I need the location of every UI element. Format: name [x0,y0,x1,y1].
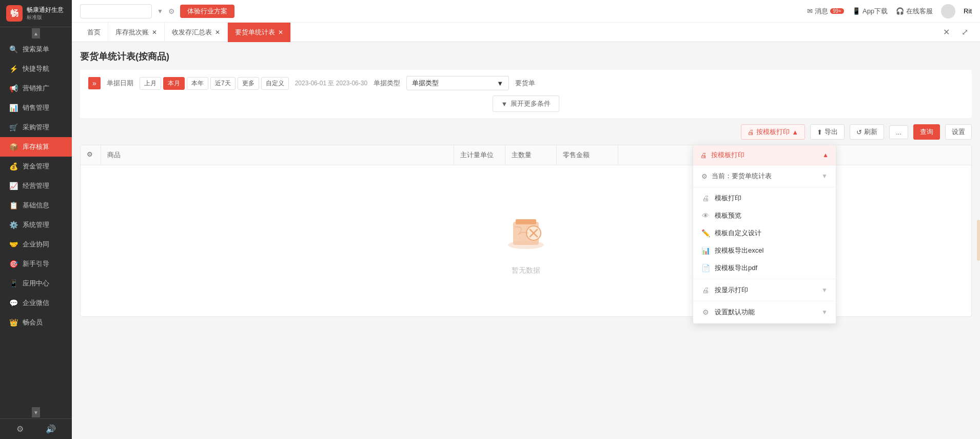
messages-item[interactable]: ✉ 消息 99+ [807,7,844,16]
online-service-item[interactable]: 🎧 在线客服 [896,7,933,16]
default-func-item[interactable]: ⚙ 设置默认功能 ▼ [693,303,836,321]
tabs-expand-btn[interactable]: ⤢ [957,25,972,40]
settings-label: 设置 [952,127,965,137]
topbar: ▼ ⚙ 体验行业方案 ✉ 消息 99+ 📱 App下载 🎧 在线客服 Rit [72,0,980,23]
sidebar-item-label: 销售管理 [23,103,49,112]
topbar-left: ▼ ⚙ 体验行业方案 [80,4,234,18]
current-template-item: ⚙ 当前：要货单统计表 ▼ [693,167,836,185]
user-avatar[interactable] [941,4,955,18]
audio-icon[interactable]: 🔊 [46,424,56,434]
date-btn-more[interactable]: 更多 [238,77,259,90]
default-func-label: 设置默认功能 [715,308,755,317]
tab-bar: 首页 库存批次账 ✕ 收发存汇总表 ✕ 要货单统计表 ✕ ✕ ⤢ [72,23,980,42]
tab-collection[interactable]: 收发存汇总表 ✕ [165,23,228,42]
settings-bottom-icon[interactable]: ⚙ [16,424,24,434]
goods-label: 要货单 [515,79,535,88]
refresh-btn[interactable]: ↺ 刷新 [850,124,884,140]
more-label: ... [896,128,901,136]
sidebar-item-search[interactable]: 🔍 搜索菜单 [0,40,72,59]
topbar-search-input[interactable] [80,4,152,18]
date-range-label: 2023-06-01 至 2023-06-30 [295,79,367,88]
sidebar-item-wechat[interactable]: 💬 企业微信 [0,293,72,313]
date-btn-last-month[interactable]: 上月 [140,77,161,90]
tab-batch[interactable]: 库存批次账 ✕ [108,23,165,42]
col-quantity: 主数量 [505,145,557,165]
sidebar-item-system[interactable]: ⚙️ 系统管理 [0,215,72,235]
table-header: ⚙ 商品 主计量单位 主数量 零售金额 [81,145,971,165]
type-select[interactable]: 单据类型 ▼ [406,76,509,90]
refresh-label: 刷新 [864,127,877,137]
sidebar-item-guide[interactable]: 🎯 新手引导 [0,254,72,274]
expand-more-button[interactable]: ▼ 展开更多条件 [493,96,560,112]
sidebar-item-apps[interactable]: 📱 应用中心 [0,274,72,293]
tabs-close-btn[interactable]: ✕ [939,25,953,40]
col-retail: 零售金额 [557,145,618,165]
tabs-actions: ✕ ⤢ [939,25,972,40]
template-export-pdf-label: 按模板导出pdf [715,263,757,273]
default-func-icon: ⚙ [701,308,710,316]
date-btn-this-month[interactable]: 本月 [163,77,185,90]
template-export-excel-item[interactable]: 📊 按模板导出excel [693,242,836,259]
template-print-item[interactable]: 🖨 模板打印 [693,189,836,207]
page-title: 要货单统计表(按商品) [80,50,972,63]
template-actions-section: 🖨 模板打印 👁 模板预览 ✏️ 模板自定义设计 📊 按模板导出excel 📄 [693,187,836,279]
sidebar-scroll-up[interactable]: ▲ [32,28,40,39]
sidebar-item-vip[interactable]: 👑 畅会员 [0,313,72,332]
query-btn[interactable]: 查询 [913,124,940,140]
date-btn-7days[interactable]: 近7天 [210,77,236,90]
print-header-label: 按模板打印 [711,150,744,160]
current-template-arrow: ▼ [821,173,828,180]
sidebar-item-operations[interactable]: 📈 经营管理 [0,176,72,196]
logo-text-group: 畅康通好生意 标准版 [27,6,64,22]
tab-order-stats[interactable]: 要货单统计表 ✕ [228,23,291,42]
col-settings[interactable]: ⚙ [81,145,101,165]
print-dropdown: 🖨 按模板打印 ▲ ⚙ 当前：要货单统计表 ▼ 🖨 模板打印 👁 [693,145,836,324]
sidebar-item-quicknav[interactable]: ⚡ 快捷导航 [0,59,72,79]
sidebar-item-enterprise[interactable]: 🤝 企业协同 [0,235,72,254]
expand-more-label: 展开更多条件 [511,99,551,108]
template-design-icon: ✏️ [701,229,710,237]
settings-btn[interactable]: 设置 [945,124,972,140]
sidebar-scroll-down[interactable]: ▼ [32,407,40,417]
logo-badge: 标准版 [27,14,64,21]
display-print-item[interactable]: 🖨 按显示打印 ▼ [693,281,836,299]
print-dropdown-header[interactable]: 🖨 按模板打印 ▲ [693,145,836,165]
tab-order-stats-close[interactable]: ✕ [278,29,283,36]
export-btn[interactable]: ⬆ 导出 [810,124,845,140]
print-template-btn[interactable]: 🖨 按模板打印 ▲ [741,124,805,140]
lightning-icon: ⚡ [8,65,18,73]
sidebar-item-purchase[interactable]: 🛒 采购管理 [0,118,72,137]
topbar-dropdown-arrow[interactable]: ▼ [157,8,163,15]
trial-button[interactable]: 体验行业方案 [180,5,234,18]
col-unit: 主计量单位 [454,145,505,165]
template-export-pdf-item[interactable]: 📄 按模板导出pdf [693,259,836,277]
tab-collection-close[interactable]: ✕ [215,29,220,36]
sidebar-item-inventory[interactable]: 📦 库存核算 [0,137,72,157]
money-icon: 💰 [8,162,18,170]
template-preview-item[interactable]: 👁 模板预览 [693,207,836,224]
sidebar-item-label: 资金管理 [23,162,49,171]
display-print-arrow: ▼ [821,287,828,294]
print-template-label: 按模板打印 [756,127,790,137]
date-btn-custom[interactable]: 自定义 [261,77,289,90]
topbar-gear-icon[interactable]: ⚙ [168,7,175,15]
sidebar-item-sales[interactable]: 📊 销售管理 [0,98,72,118]
cart-icon: 🛒 [8,123,18,131]
sidebar: 畅 畅康通好生意 标准版 ▲ 🔍 搜索菜单 ⚡ 快捷导航 📢 营销推广 📊 销售… [0,0,72,439]
sidebar-item-basic[interactable]: 📋 基础信息 [0,196,72,215]
tab-home[interactable]: 首页 [80,23,108,42]
current-template-icon: ⚙ [701,173,708,180]
chat-icon: 💬 [8,299,18,307]
app-download-item[interactable]: 📱 App下载 [852,7,888,16]
more-btn[interactable]: ... [889,125,908,139]
filter-expand-button[interactable]: » [88,77,101,89]
search-icon: 🔍 [8,45,18,53]
sidebar-item-label: 新手引导 [23,259,49,269]
date-btn-this-year[interactable]: 本年 [187,77,208,90]
sidebar-item-label: 畅会员 [23,318,43,327]
sidebar-item-marketing[interactable]: 📢 营销推广 [0,79,72,98]
tab-batch-close[interactable]: ✕ [152,29,157,36]
scroll-handle[interactable] [977,220,980,261]
sidebar-item-finance[interactable]: 💰 资金管理 [0,157,72,176]
template-design-item[interactable]: ✏️ 模板自定义设计 [693,224,836,242]
